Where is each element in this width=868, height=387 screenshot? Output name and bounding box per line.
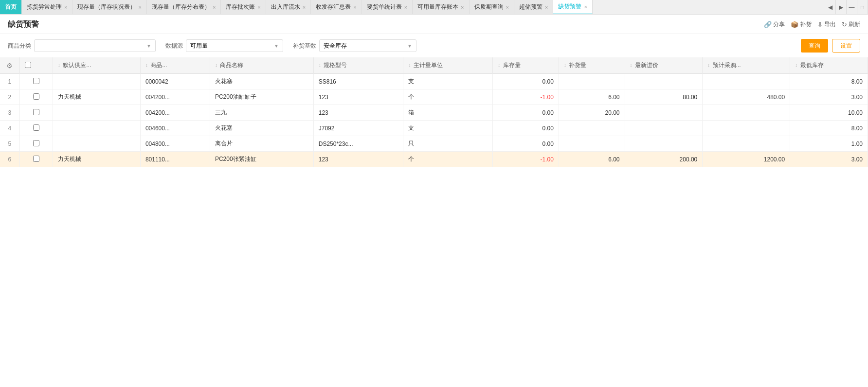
row-checkbox-4[interactable] bbox=[19, 136, 53, 152]
tab-overstock[interactable]: 超储预警× bbox=[514, 0, 553, 15]
row-check-2[interactable] bbox=[33, 109, 39, 115]
category-select[interactable]: ▼ bbox=[34, 39, 156, 52]
sort-supplier-icon: ↕ bbox=[58, 63, 60, 68]
tab-label-batch-account: 库存批次账 bbox=[226, 3, 255, 11]
export-btn[interactable]: ⇩ 导出 bbox=[817, 20, 836, 29]
tab-close-inout-flow[interactable]: × bbox=[303, 4, 306, 10]
table-row[interactable]: 1 0000042 火花塞 SS816 支 0.00 8.00 bbox=[0, 74, 868, 89]
tab-expiry-query[interactable]: 保质期查询× bbox=[470, 0, 514, 15]
restock-btn[interactable]: 📦 补货 bbox=[791, 20, 812, 29]
tab-close-inventory-status[interactable]: × bbox=[138, 4, 141, 10]
row-estimated-2 bbox=[703, 105, 790, 121]
refresh-btn[interactable]: ↻ 刷新 bbox=[842, 20, 860, 29]
header-actions: 🔗 分享 📦 补货 ⇩ 导出 ↻ 刷新 bbox=[764, 20, 860, 29]
tab-inventory-status[interactable]: 现存量（库存状况表）× bbox=[72, 0, 146, 15]
main-table: ⚙ ↕ 默认供应... ↕ 商品... ↕ 商品名称 bbox=[0, 57, 868, 167]
tab-receive-summary[interactable]: 收发存汇总表× bbox=[311, 0, 362, 15]
restock-base-select[interactable]: 安全库存 ▼ bbox=[319, 39, 416, 52]
table-row[interactable]: 2 力天机械 004200... PC200油缸缸子 123 个 -1.00 6… bbox=[0, 89, 868, 105]
row-stock-3: 0.00 bbox=[493, 121, 559, 136]
col-stock[interactable]: ↕ 库存量 bbox=[493, 57, 559, 74]
select-all-checkbox[interactable] bbox=[25, 62, 31, 68]
col-spec[interactable]: ↕ 规格型号 bbox=[313, 57, 403, 74]
tab-minimize-btn[interactable]: — bbox=[847, 0, 857, 15]
row-name-5: PC200张紧油缸 bbox=[210, 152, 313, 167]
tab-close-abnormal[interactable]: × bbox=[64, 4, 67, 10]
row-supplier-2 bbox=[53, 105, 140, 121]
datasource-label: 数据源 bbox=[165, 42, 183, 50]
table-row[interactable]: 3 004200... 三九 123 箱 0.00 20.00 10.00 bbox=[0, 105, 868, 121]
row-check-3[interactable] bbox=[33, 124, 39, 131]
table-body: 1 0000042 火花塞 SS816 支 0.00 8.00 2 力天机械 0… bbox=[0, 74, 868, 167]
tab-close-batch-account[interactable]: × bbox=[257, 4, 260, 10]
tab-inout-flow[interactable]: 出入库流水× bbox=[266, 0, 311, 15]
tab-batch-account[interactable]: 库存批次账× bbox=[221, 0, 266, 15]
row-unit-5: 个 bbox=[403, 152, 493, 167]
row-restock-3 bbox=[559, 121, 625, 136]
col-default-supplier[interactable]: ↕ 默认供应... bbox=[53, 57, 140, 74]
tab-abnormal[interactable]: 拣货异常处理× bbox=[22, 0, 72, 15]
tab-demand-stats[interactable]: 要货单统计表× bbox=[362, 0, 413, 15]
tab-available-ledger[interactable]: 可用量库存账本× bbox=[413, 0, 469, 15]
tab-shortage[interactable]: 缺货预警× bbox=[553, 0, 592, 15]
row-check-5[interactable] bbox=[33, 156, 39, 162]
page-title: 缺货预警 bbox=[8, 19, 39, 30]
row-restock-4 bbox=[559, 136, 625, 152]
row-minstock-3: 8.00 bbox=[790, 121, 868, 136]
row-checkbox-5[interactable] bbox=[19, 152, 53, 167]
tab-maximize-btn[interactable]: □ bbox=[857, 0, 868, 15]
sort-unit-icon: ↕ bbox=[408, 63, 411, 68]
table-row[interactable]: 4 004600... 火花塞 J7092 支 0.00 8.00 bbox=[0, 121, 868, 136]
table-row[interactable]: 6 力天机械 801110... PC200张紧油缸 123 个 -1.00 6… bbox=[0, 152, 868, 167]
tab-close-receive-summary[interactable]: × bbox=[353, 4, 356, 10]
tab-close-inventory-dist[interactable]: × bbox=[213, 4, 216, 10]
settings-button[interactable]: 设置 bbox=[832, 39, 860, 53]
row-code-2: 004200... bbox=[140, 105, 210, 121]
tab-close-shortage[interactable]: × bbox=[584, 4, 587, 10]
col-price-label: 最新进价 bbox=[635, 62, 658, 69]
row-supplier-4 bbox=[53, 136, 140, 152]
row-price-2 bbox=[625, 105, 703, 121]
tab-home[interactable]: 首页 bbox=[0, 0, 22, 15]
tab-inventory-dist[interactable]: 现存量（库存分布表）× bbox=[147, 0, 221, 15]
col-unit[interactable]: ↕ 主计量单位 bbox=[403, 57, 493, 74]
row-check-0[interactable] bbox=[33, 78, 39, 84]
col-min-stock[interactable]: ↕ 最低库存 bbox=[790, 57, 868, 74]
row-check-1[interactable] bbox=[33, 93, 39, 100]
filter-row: 商品分类 ▼ 数据源 可用量 ▼ 补货基数 安全库存 ▼ 查询 设置 bbox=[0, 34, 868, 57]
tab-close-available-ledger[interactable]: × bbox=[461, 4, 464, 10]
tab-prev-btn[interactable]: ◀ bbox=[825, 0, 836, 15]
col-latest-price[interactable]: ↕ 最新进价 bbox=[625, 57, 703, 74]
tab-next-btn[interactable]: ▶ bbox=[836, 0, 847, 15]
row-supplier-5: 力天机械 bbox=[53, 152, 140, 167]
row-checkbox-0[interactable] bbox=[19, 74, 53, 89]
tab-label-available-ledger: 可用量库存账本 bbox=[417, 3, 458, 11]
row-check-4[interactable] bbox=[33, 140, 39, 146]
datasource-select[interactable]: 可用量 ▼ bbox=[186, 39, 283, 52]
col-gear[interactable]: ⚙ bbox=[0, 57, 19, 74]
row-unit-4: 只 bbox=[403, 136, 493, 152]
tab-close-overstock[interactable]: × bbox=[545, 4, 548, 10]
row-checkbox-2[interactable] bbox=[19, 105, 53, 121]
row-checkbox-3[interactable] bbox=[19, 121, 53, 136]
gear-icon[interactable]: ⚙ bbox=[6, 62, 13, 70]
tab-label-shortage: 缺货预警 bbox=[558, 2, 581, 11]
tab-label-inventory-status: 现存量（库存状况表） bbox=[77, 3, 136, 11]
tab-close-demand-stats[interactable]: × bbox=[404, 4, 407, 10]
table-row[interactable]: 5 004800... 离合片 DS250*23c... 只 0.00 1.00 bbox=[0, 136, 868, 152]
row-supplier-1: 力天机械 bbox=[53, 89, 140, 105]
col-product-name[interactable]: ↕ 商品名称 bbox=[210, 57, 313, 74]
row-stock-5: -1.00 bbox=[493, 152, 559, 167]
tab-close-expiry-query[interactable]: × bbox=[506, 4, 509, 10]
col-estimated-purchase[interactable]: ↕ 预计采购... bbox=[703, 57, 790, 74]
share-btn[interactable]: 🔗 分享 bbox=[764, 20, 785, 29]
col-supplier-label: 默认供应... bbox=[63, 62, 91, 69]
row-checkbox-1[interactable] bbox=[19, 89, 53, 105]
main-content: 缺货预警 🔗 分享 📦 补货 ⇩ 导出 ↻ 刷新 商品分类 bbox=[0, 15, 868, 387]
query-button[interactable]: 查询 bbox=[801, 39, 828, 53]
col-product-code[interactable]: ↕ 商品... bbox=[140, 57, 210, 74]
datasource-filter-group: 数据源 可用量 ▼ bbox=[165, 39, 283, 52]
col-minstock-label: 最低库存 bbox=[800, 62, 824, 69]
share-label: 分享 bbox=[773, 20, 785, 29]
col-restock-qty[interactable]: ↕ 补货量 bbox=[559, 57, 625, 74]
